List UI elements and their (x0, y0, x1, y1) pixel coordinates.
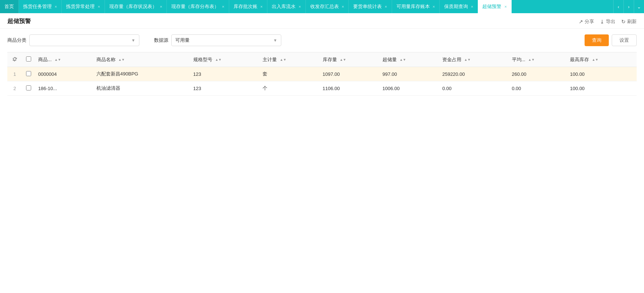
col-gear (7, 52, 22, 67)
page-header: 超储预警 ↗ 分享 ⤓ 导出 ↻ 刷新 (0, 13, 644, 29)
col-capital-header[interactable]: 资金占用 ▲▼ (439, 52, 509, 67)
datasource-select-value: 可用量 (175, 37, 190, 44)
nav-item-close-icon[interactable]: × (98, 4, 100, 9)
nav-item-超储预警[interactable]: 超储预警× (478, 0, 511, 13)
header-actions: ↗ 分享 ⤓ 导出 ↻ 刷新 (579, 18, 637, 25)
row-avg-1: 0.00 (509, 81, 567, 96)
page-title: 超储预警 (7, 18, 31, 25)
row-name-0: 六配套新昌490BPG (94, 67, 190, 81)
category-label: 商品分类 (7, 37, 26, 44)
nav-item-拣货任务管理[interactable]: 拣货任务管理× (19, 0, 62, 13)
row-max-0: 100.00 (567, 67, 637, 81)
sort-icon-capital: ▲▼ (464, 58, 471, 62)
col-name-header[interactable]: 商品名称 ▲▼ (94, 52, 190, 67)
nav-item-close-icon[interactable]: × (471, 4, 473, 9)
col-over-header[interactable]: 超储量 ▲▼ (380, 52, 439, 67)
nav-item-close-icon[interactable]: × (160, 4, 162, 9)
nav-item-出入库流水[interactable]: 出入库流水× (267, 0, 305, 13)
nav-item-要货单统计表[interactable]: 要货单统计表× (349, 0, 392, 13)
nav-item-label: 首页 (4, 3, 14, 10)
sort-icon-spec: ▲▼ (215, 58, 222, 62)
col-unit-header[interactable]: 主计量 ▲▼ (260, 52, 319, 67)
nav-item-label: 拣货任务管理 (23, 3, 52, 10)
row-name-1: 机油滤清器 (94, 81, 190, 96)
nav-menu-arrow[interactable]: ⌄ (634, 0, 644, 13)
settings-button[interactable]: 设置 (612, 34, 637, 46)
row-spec-0: 123 (190, 67, 260, 81)
nav-item-label: 可用量库存账本 (396, 3, 430, 10)
refresh-button[interactable]: ↻ 刷新 (621, 18, 637, 25)
nav-item-label: 现存量（库存状况表） (109, 3, 157, 10)
nav-item-label: 拣货异常处理 (66, 3, 95, 10)
nav-item-close-icon[interactable]: × (504, 4, 506, 9)
nav-item-label: 库存批次账 (234, 3, 257, 10)
nav-item-拣货异常处理[interactable]: 拣货异常处理× (62, 0, 105, 13)
col-avg-header[interactable]: 平均... ▲▼ (509, 52, 567, 67)
col-max-header[interactable]: 最高库存 ▲▼ (567, 52, 637, 67)
nav-item-现存量（库存状况表）[interactable]: 现存量（库存状况表）× (105, 0, 167, 13)
export-button[interactable]: ⤓ 导出 (600, 18, 615, 25)
select-all-checkbox[interactable] (26, 56, 31, 62)
row-capital-0: 259220.00 (439, 67, 509, 81)
row-avg-0: 260.00 (509, 67, 567, 81)
table-row: 1 0000004 六配套新昌490BPG 123 套 1097.00 997.… (7, 67, 637, 81)
col-code-header[interactable]: 商品... ▲▼ (35, 52, 94, 67)
category-select[interactable]: ▼ (29, 34, 139, 46)
nav-item-close-icon[interactable]: × (299, 4, 301, 9)
nav-item-close-icon[interactable]: × (342, 4, 344, 9)
col-checkbox-header (22, 52, 35, 67)
row-stock-1: 1106.00 (320, 81, 380, 96)
row-capital-1: 0.00 (439, 81, 509, 96)
nav-item-现存量（库存分布表）[interactable]: 现存量（库存分布表）× (167, 0, 229, 13)
nav-item-label: 保质期查询 (444, 3, 468, 10)
share-icon: ↗ (579, 19, 583, 25)
sort-icon-over: ▲▼ (399, 58, 406, 62)
datasource-select[interactable]: 可用量 ▼ (171, 34, 281, 46)
share-button[interactable]: ↗ 分享 (579, 18, 594, 25)
row-num-1: 2 (7, 81, 22, 96)
nav-item-close-icon[interactable]: × (385, 4, 387, 9)
table-row: 2 186-10... 机油滤清器 123 个 1106.00 1006.00 … (7, 81, 637, 96)
sort-icon-max: ▲▼ (592, 58, 599, 62)
nav-item-可用量库存账本[interactable]: 可用量库存账本× (392, 0, 440, 13)
sort-icon-unit: ▲▼ (280, 58, 286, 62)
refresh-icon: ↻ (621, 19, 626, 25)
filter-area: 商品分类 ▼ 数据源 可用量 ▼ 查询 设置 (0, 29, 644, 52)
nav-item-close-icon[interactable]: × (433, 4, 435, 9)
share-label: 分享 (585, 18, 594, 25)
row-select-checkbox[interactable] (26, 71, 31, 76)
export-icon: ⤓ (600, 19, 604, 25)
datasource-dropdown-arrow: ▼ (273, 38, 277, 42)
nav-item-close-icon[interactable]: × (260, 4, 263, 9)
nav-item-库存批次账[interactable]: 库存批次账× (229, 0, 267, 13)
refresh-label: 刷新 (627, 18, 637, 25)
row-num-0: 1 (7, 67, 22, 81)
col-spec-header[interactable]: 规格型号 ▲▼ (190, 52, 260, 67)
gear-settings-icon[interactable] (12, 56, 18, 62)
nav-item-保质期查询[interactable]: 保质期查询× (440, 0, 478, 13)
row-over-1: 1006.00 (380, 81, 439, 96)
sort-icon-name: ▲▼ (118, 58, 125, 62)
nav-item-收发存汇总表[interactable]: 收发存汇总表× (306, 0, 349, 13)
nav-item-close-icon[interactable]: × (55, 4, 57, 9)
nav-item-label: 现存量（库存分布表） (171, 3, 219, 10)
nav-prev-arrow[interactable]: ‹ (613, 0, 623, 13)
table-header-row: 商品... ▲▼ 商品名称 ▲▼ 规格型号 ▲▼ 主计量 ▲▼ 库存量 ▲▼ (7, 52, 637, 67)
nav-item-label: 收发存汇总表 (310, 3, 339, 10)
row-code-0: 0000004 (35, 67, 94, 81)
action-buttons: 查询 设置 (585, 34, 637, 46)
row-unit-1: 个 (260, 81, 319, 96)
top-nav: 首页拣货任务管理×拣货异常处理×现存量（库存状况表）×现存量（库存分布表）×库存… (0, 0, 644, 13)
row-stock-0: 1097.00 (320, 67, 380, 81)
row-select-checkbox[interactable] (26, 85, 31, 90)
row-over-0: 997.00 (380, 67, 439, 81)
query-button[interactable]: 查询 (585, 34, 609, 46)
row-checkbox-1 (22, 81, 35, 96)
nav-item-close-icon[interactable]: × (222, 4, 224, 9)
nav-item-首页[interactable]: 首页 (0, 0, 19, 13)
col-stock-header[interactable]: 库存量 ▲▼ (320, 52, 380, 67)
sort-icon-avg: ▲▼ (528, 58, 535, 62)
nav-item-label: 超储预警 (482, 3, 501, 10)
nav-next-arrow[interactable]: › (623, 0, 634, 13)
nav-item-label: 出入库流水 (272, 3, 296, 10)
